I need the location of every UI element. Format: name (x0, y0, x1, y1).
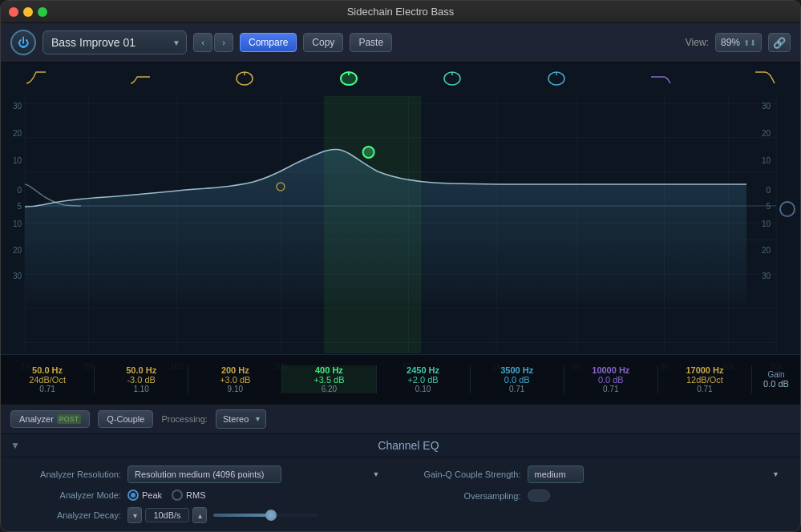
expand-arrow[interactable]: ▼ (10, 440, 20, 451)
decay-step-up[interactable]: ▴ (192, 507, 207, 523)
svg-text:10: 10 (762, 220, 771, 228)
oversampling-label: Oversampling: (417, 491, 521, 501)
decay-step-down[interactable]: ▾ (127, 507, 142, 523)
link-button[interactable]: 🔗 (768, 33, 791, 52)
band-8-gain: 12dB/Oct (686, 375, 723, 385)
processing-wrapper: Stereo (216, 409, 266, 429)
band-1-node[interactable] (25, 69, 47, 87)
gain-q-select[interactable]: medium (528, 466, 584, 483)
svg-text:20: 20 (762, 246, 771, 255)
svg-text:30: 30 (13, 102, 22, 111)
band-3-info: 200 Hz +3.0 dB 9.10 (188, 365, 282, 393)
paste-button[interactable]: Paste (350, 33, 392, 52)
minimize-button[interactable] (23, 7, 33, 17)
radio-rms-label: RMS (186, 490, 205, 500)
analyzer-decay-label: Analyzer Decay: (17, 510, 121, 520)
band-2-q: 1.10 (133, 385, 148, 393)
decay-slider-fill (213, 514, 271, 517)
svg-text:20: 20 (13, 246, 22, 255)
decay-value: 10dB/s (145, 508, 189, 522)
gain-q-label: Gain-Q Couple Strength: (417, 470, 521, 479)
band-4-q: 6.20 (322, 385, 337, 393)
nav-group: ‹ › (193, 33, 233, 52)
processing-label: Processing: (161, 414, 207, 424)
svg-text:30: 30 (762, 272, 771, 280)
analyzer-decay-row: Analyzer Decay: ▾ 10dB/s ▴ (17, 507, 385, 523)
qcouple-button[interactable]: Q-Couple (98, 410, 153, 428)
svg-text:0: 0 (17, 186, 22, 195)
band-6-node[interactable] (545, 69, 568, 87)
analyzer-button[interactable]: Analyzer POST (10, 410, 90, 428)
band-7-node[interactable] (649, 69, 672, 87)
band-3-node[interactable] (233, 69, 256, 87)
view-percent[interactable]: 89% ⬆⬇ (715, 33, 762, 52)
nav-back-button[interactable]: ‹ (193, 33, 212, 52)
band-6-gain: 0.0 dB (504, 375, 530, 385)
band-2-node[interactable] (129, 69, 152, 87)
band-6-q: 0.71 (509, 385, 524, 393)
band-6-freq: 3500 Hz (500, 365, 533, 375)
right-column: Gain-Q Couple Strength: medium Oversampl… (417, 466, 785, 523)
copy-button[interactable]: Copy (303, 33, 343, 52)
analyzer-resolution-wrapper: Resolution medium (4096 points) (127, 466, 385, 483)
header-controls: ⏻ Bass Improve 01 ‹ › Compare Copy Paste… (1, 23, 800, 62)
band-1-info: 50.0 Hz 24dB/Oct 0.71 (1, 365, 95, 393)
svg-text:5: 5 (766, 202, 771, 211)
band-6-info: 3500 Hz 0.0 dB 0.71 (471, 365, 564, 393)
post-badge: POST (57, 414, 82, 424)
analyzer-resolution-select[interactable]: Resolution medium (4096 points) (127, 466, 281, 483)
radio-peak[interactable]: Peak (127, 490, 162, 501)
band-3-q: 9.10 (228, 385, 243, 393)
band-5-q: 0.10 (415, 385, 431, 393)
svg-text:10: 10 (13, 220, 22, 228)
channel-eq-controls: Analyzer Resolution: Resolution medium (… (1, 457, 800, 531)
svg-text:20: 20 (762, 129, 771, 138)
channel-eq-section: ▼ Channel EQ Analyzer Resolution: Resolu… (1, 433, 800, 531)
radio-peak-dot (127, 490, 139, 501)
decay-slider[interactable] (213, 514, 318, 517)
analyzer-label: Analyzer (19, 414, 54, 424)
processing-select[interactable]: Stereo (216, 409, 266, 429)
compare-button[interactable]: Compare (240, 33, 297, 52)
stepper-control: ▾ 10dB/s ▴ (127, 507, 207, 523)
band-2-freq: 50.0 Hz (126, 365, 156, 375)
analyzer-mode-row: Analyzer Mode: Peak RMS (17, 490, 385, 501)
band-8-info: 17000 Hz 12dB/Oct 0.71 (658, 365, 752, 393)
power-button[interactable]: ⏻ (10, 30, 36, 55)
output-circle[interactable] (779, 201, 795, 217)
title-bar: Sidechain Electro Bass (1, 1, 800, 23)
channel-eq-title: Channel EQ (26, 439, 791, 452)
band-7-q: 0.71 (603, 385, 618, 393)
band-5-freq: 2450 Hz (407, 365, 439, 375)
band-1-gain: 24dB/Oct (29, 375, 66, 385)
band-4-info: 400 Hz +3.5 dB 6.20 (282, 365, 376, 393)
band-3-gain: +3.0 dB (220, 375, 250, 385)
band-4-freq: 400 Hz (315, 365, 343, 375)
close-button[interactable] (9, 7, 18, 17)
radio-rms[interactable]: RMS (172, 490, 205, 501)
preset-dropdown-wrapper: Bass Improve 01 (42, 30, 187, 54)
gain-display: Gain 0.0 dB (752, 370, 800, 389)
svg-text:0: 0 (766, 186, 771, 195)
band-7-info: 10000 Hz 0.0 dB 0.71 (564, 365, 658, 393)
band-4-gain: +3.5 dB (314, 375, 344, 385)
band-5-gain: +2.0 dB (407, 375, 438, 385)
band-4-node[interactable] (338, 69, 360, 87)
gain-value: 0.0 dB (763, 379, 789, 389)
band-5-node[interactable] (441, 69, 463, 87)
band-2-info: 50.0 Hz -3.0 dB 1.10 (95, 365, 188, 393)
band-7-gain: 0.0 dB (598, 375, 624, 385)
band-icons-row (25, 69, 776, 87)
svg-text:30: 30 (762, 102, 771, 111)
svg-text:10: 10 (13, 156, 22, 165)
svg-text:30: 30 (13, 272, 22, 280)
maximize-button[interactable] (38, 7, 47, 17)
nav-forward-button[interactable]: › (214, 33, 233, 52)
eq-display[interactable]: 20 50 100 200 500 1k 2k 5k 10k 20k 30 20… (1, 62, 800, 404)
band-8-node[interactable] (754, 69, 776, 87)
oversampling-toggle[interactable] (528, 490, 550, 502)
preset-dropdown[interactable]: Bass Improve 01 (42, 30, 187, 54)
svg-point-23 (363, 147, 374, 158)
decay-slider-thumb[interactable] (265, 510, 277, 521)
svg-text:20: 20 (13, 129, 22, 138)
